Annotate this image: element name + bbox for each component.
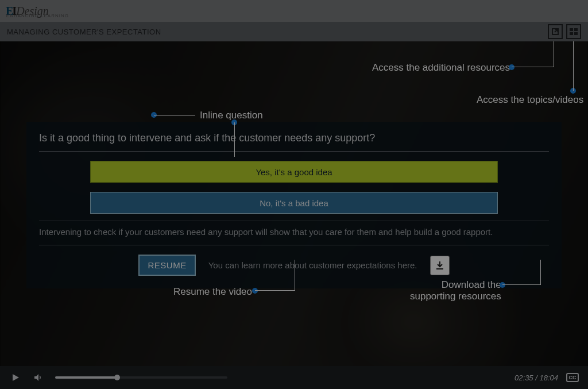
download-icon bbox=[435, 260, 445, 271]
play-button[interactable] bbox=[9, 371, 22, 384]
leader bbox=[573, 41, 574, 91]
volume-icon bbox=[34, 373, 43, 382]
volume-button[interactable] bbox=[32, 371, 45, 384]
time-elapsed: 02:35 bbox=[514, 373, 533, 382]
progress-track[interactable] bbox=[55, 376, 227, 379]
leader bbox=[234, 122, 235, 157]
answer-no[interactable]: No, it's a bad idea bbox=[90, 192, 498, 214]
download-button[interactable] bbox=[430, 256, 450, 275]
leader bbox=[154, 115, 195, 115]
answer-yes[interactable]: Yes, it's a good idea bbox=[90, 161, 498, 183]
time-total: 18:04 bbox=[539, 373, 558, 382]
leader bbox=[554, 41, 554, 67]
dot bbox=[252, 288, 258, 294]
progress-knob[interactable] bbox=[114, 375, 120, 380]
dot bbox=[509, 64, 514, 70]
feedback-text: Intervening to check if your customers n… bbox=[39, 221, 549, 245]
question-panel: Is it a good thing to intervene and ask … bbox=[26, 122, 562, 288]
leader bbox=[295, 260, 295, 291]
dot bbox=[500, 282, 505, 288]
resume-button[interactable]: RESUME bbox=[138, 255, 195, 276]
learn-more-text: You can learn more about customer expect… bbox=[208, 260, 417, 270]
progress-fill bbox=[55, 376, 117, 379]
leader bbox=[502, 284, 541, 285]
time-display: 02:35 / 18:04 bbox=[514, 373, 558, 382]
player-bar: 02:35 / 18:04 CC bbox=[0, 366, 588, 389]
leader bbox=[540, 260, 541, 285]
question-text: Is it a good thing to intervene and ask … bbox=[39, 132, 549, 152]
leader bbox=[255, 290, 295, 291]
leader bbox=[512, 67, 554, 67]
cc-button[interactable]: CC bbox=[566, 373, 579, 382]
play-icon bbox=[11, 373, 20, 382]
